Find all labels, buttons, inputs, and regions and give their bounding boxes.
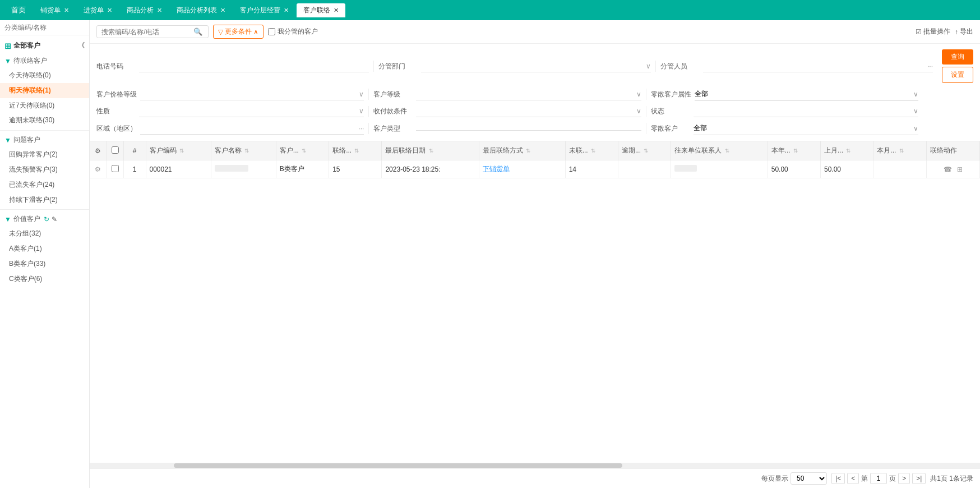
batch-ops-btn[interactable]: ☑ 批量操作 (916, 27, 950, 36)
page-input[interactable] (870, 473, 887, 484)
filter-price-level-select[interactable]: ∨ (140, 89, 364, 100)
sidebar-item-today[interactable]: 今天待联络(0) (0, 68, 89, 83)
row-last-contact-method[interactable]: 下销货单 (479, 160, 566, 178)
nav-item-product-analysis[interactable]: 商品分析 ✕ (120, 3, 169, 17)
sidebar-item-churn-warning[interactable]: 流失预警客户(3) (0, 162, 89, 177)
filter-row-3: 性质 ∨ 收付款条件 ∨ 状态 (96, 105, 973, 117)
nav-item-customer-contact[interactable]: 客户联络 ✕ (297, 3, 345, 17)
nav-item-product-list[interactable]: 商品分析列表 ✕ (170, 3, 232, 17)
sidebar-item-b-class[interactable]: B类客户(33) (0, 256, 89, 271)
filter-customer-level-select[interactable]: ∨ (416, 89, 641, 100)
sort-icon[interactable]: ⇅ (429, 148, 433, 154)
sidebar-item-overdue[interactable]: 逾期未联络(30) (0, 113, 89, 128)
customer-table: ⚙ # 客户编码 ⇅ 客户名称 ⇅ 客户... ⇅ (90, 141, 980, 178)
col-customer-name: 客户名称 ⇅ (211, 141, 276, 160)
sort-icon[interactable]: ⇅ (244, 148, 249, 154)
edit-icon[interactable]: ✎ (52, 215, 57, 223)
filter-retail-customer-select[interactable]: 全部 ∨ (694, 122, 918, 135)
close-icon[interactable]: ✕ (64, 7, 69, 14)
filter-divider (373, 61, 374, 72)
close-icon[interactable]: ✕ (284, 7, 289, 14)
arrow-icon: ▼ (4, 57, 11, 65)
chevron-down-icon: ∨ (636, 90, 641, 98)
close-icon[interactable]: ✕ (107, 7, 112, 14)
dots-icon[interactable]: ··· (927, 62, 933, 70)
select-all-checkbox[interactable] (112, 146, 119, 154)
row-this-month (873, 160, 926, 178)
filter-dept-select[interactable]: ∨ (421, 61, 651, 72)
row-unit-contacts (671, 160, 768, 178)
col-customer-code: 客户编码 ⇅ (146, 141, 211, 160)
filter-nature-select[interactable]: ∨ (139, 105, 364, 117)
row-overdue (618, 160, 671, 178)
search-icon[interactable]: 🔍 (193, 27, 202, 36)
settings-button[interactable]: 设置 (942, 67, 973, 83)
sidebar-item-a-class[interactable]: A类客户(1) (0, 241, 89, 256)
my-customers-check[interactable] (268, 28, 275, 35)
next-page-btn[interactable]: > (898, 473, 910, 484)
nav-item-purchase[interactable]: 进货单 ✕ (77, 3, 119, 17)
my-customers-checkbox[interactable]: 我分管的客户 (268, 27, 318, 36)
filter-payment-select[interactable]: ∨ (416, 105, 641, 117)
sort-icon[interactable]: ⇅ (899, 148, 904, 154)
filter-phone: 电话号码 (96, 61, 369, 72)
sidebar-item-tomorrow[interactable]: 明天待联络(1) (0, 83, 89, 98)
col-this-year: 本年... ⇅ (768, 141, 820, 160)
content-area: 🔍 ▽ 更多条件 ∧ 我分管的客户 ☑ 批量操作 ↑ 导出 (90, 20, 980, 488)
search-bar: 🔍 ▽ 更多条件 ∧ 我分管的客户 ☑ 批量操作 ↑ 导出 (90, 20, 980, 44)
sort-icon[interactable]: ⇅ (644, 148, 648, 154)
last-page-btn[interactable]: >| (912, 473, 926, 484)
sidebar-all-customers[interactable]: ⊞ 全部客户 《 (0, 38, 89, 54)
refresh-icon[interactable]: ↻ (44, 215, 49, 223)
chevron-down-icon: ∨ (636, 107, 641, 115)
sort-icon[interactable]: ⇅ (793, 148, 798, 154)
row-last-month: 50.00 (821, 160, 873, 178)
sort-icon[interactable]: ⇅ (302, 148, 306, 154)
nav-home[interactable]: 首页 (4, 3, 33, 17)
search-input[interactable] (101, 28, 191, 36)
sidebar-item-churned[interactable]: 已流失客户(24) (0, 177, 89, 192)
top-nav: 首页 销货单 ✕ 进货单 ✕ 商品分析 ✕ 商品分析列表 ✕ 客户分层经营 ✕ … (0, 0, 980, 20)
close-icon[interactable]: ✕ (220, 7, 225, 14)
dots-icon[interactable]: ··· (358, 125, 364, 132)
filter-region-select[interactable]: ··· (140, 123, 364, 135)
sort-icon[interactable]: ⇅ (725, 148, 729, 154)
query-button[interactable]: 查询 (942, 49, 973, 65)
sort-icon[interactable]: ⇅ (526, 148, 530, 154)
page-size-select[interactable]: 50 100 200 (791, 472, 827, 485)
export-btn[interactable]: ↑ 导出 (955, 27, 973, 36)
sort-icon[interactable]: ⇅ (591, 148, 595, 154)
sort-icon[interactable]: ⇅ (354, 148, 359, 154)
first-page-btn[interactable]: |< (831, 473, 845, 484)
sidebar-item-7days[interactable]: 近7天待联络(0) (0, 98, 89, 113)
filter-customer-type-select[interactable] (416, 127, 641, 131)
footer-nav: |< < 第 页 > >| (831, 473, 926, 484)
row-last-contact-date: 2023-05-23 18:25: (382, 160, 479, 178)
prev-page-btn[interactable]: < (847, 473, 859, 484)
scrollbar-area[interactable] (90, 463, 980, 468)
sort-icon[interactable]: ⇅ (846, 148, 850, 154)
row-checkbox[interactable] (112, 165, 119, 172)
close-icon[interactable]: ✕ (334, 7, 339, 14)
nav-item-customer-tier[interactable]: 客户分层经营 ✕ (233, 3, 295, 17)
filter-divider-7 (368, 123, 369, 134)
filter-status-select[interactable]: ∨ (694, 105, 918, 117)
sort-icon[interactable]: ⇅ (179, 148, 184, 154)
filter-person-select[interactable]: ··· (703, 61, 933, 72)
sidebar-item-c-class[interactable]: C类客户(6) (0, 271, 89, 287)
sidebar-item-abnormal[interactable]: 回购异常客户(2) (0, 147, 89, 162)
row-gear-cell: ⚙ (90, 160, 107, 178)
call-icon[interactable]: ☎ (944, 165, 952, 173)
sidebar-item-declining[interactable]: 持续下滑客户(2) (0, 192, 89, 208)
close-icon[interactable]: ✕ (157, 7, 162, 14)
scrollbar-thumb[interactable] (174, 463, 622, 468)
more-conditions-btn[interactable]: ▽ 更多条件 ∧ (213, 25, 264, 39)
nav-item-sales[interactable]: 销货单 ✕ (34, 3, 76, 17)
grid-action-icon[interactable]: ⊞ (957, 165, 963, 173)
sidebar-item-ungrouped[interactable]: 未分组(32) (0, 226, 89, 241)
sidebar-collapse-btn[interactable]: 《 (78, 41, 85, 50)
filter-retail-attr-select[interactable]: 全部 ∨ (695, 88, 918, 101)
filter-phone-input[interactable] (139, 61, 369, 72)
filter-divider-2 (655, 61, 656, 72)
sidebar-search-input[interactable] (4, 24, 89, 31)
